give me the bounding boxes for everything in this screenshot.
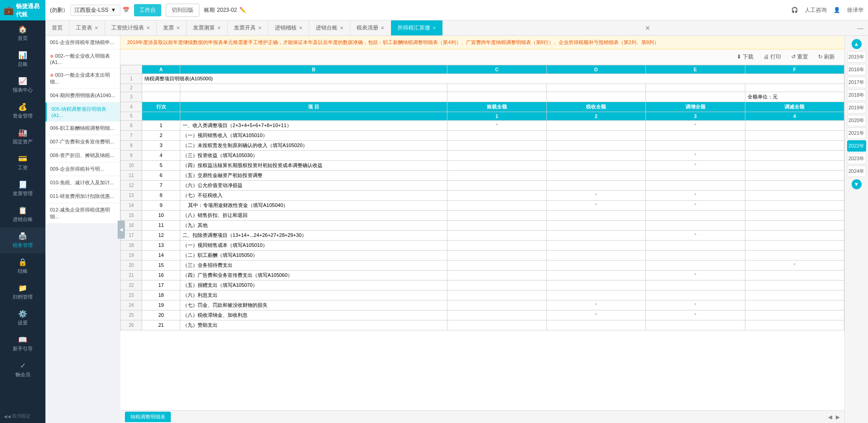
doc-label: 003-一般企业成本支出明细... bbox=[50, 72, 110, 84]
doc-item-012[interactable]: 012-减免企业所得税优惠明细... bbox=[45, 203, 120, 224]
tab-invoice-open[interactable]: 发票开具 ✕ bbox=[228, 20, 268, 35]
tab-close-icon[interactable]: ✕ bbox=[258, 25, 262, 30]
col-hang-header: 行次 bbox=[142, 102, 180, 112]
col-tiaojian-header: 调减全额 bbox=[745, 102, 844, 112]
tab-home[interactable]: 首页 bbox=[45, 20, 69, 35]
download-button[interactable]: ⬇ 下载 bbox=[734, 52, 756, 62]
sidebar-item-guide[interactable]: 📖 新手引导 bbox=[0, 331, 45, 357]
year-2022[interactable]: 2022年 bbox=[847, 140, 866, 152]
doc-panel: 001-企业所得税年度纳税申... ⊗ 002-一般企业收入明细表(A1... … bbox=[45, 36, 120, 224]
table-row: 1 纳税调整项目明细表(A105000) bbox=[121, 74, 844, 84]
sidebar-item-settings[interactable]: ⚙️ 设置 bbox=[0, 305, 45, 331]
tab-close-icon[interactable]: ✕ bbox=[299, 25, 303, 30]
sidebar-item-ledger[interactable]: 📊 总账 bbox=[0, 46, 45, 72]
doc-label: 012-减免企业所得税优惠明细... bbox=[50, 207, 110, 219]
edit-period-icon[interactable]: ✏️ bbox=[239, 7, 246, 13]
error-icon: ⊗ bbox=[50, 54, 54, 59]
tab-income-tax[interactable]: 所得税汇算缴 ✕ bbox=[391, 20, 443, 35]
doc-item-008[interactable]: 008-资产折旧、摊销及纳税... bbox=[45, 149, 120, 162]
doc-item-004[interactable]: 004-期间费用明细表(A1040... bbox=[45, 89, 120, 103]
topbar-right: 🎧 人工咨询 👤 徐泽华 bbox=[791, 6, 863, 14]
year-scroll-down[interactable]: ▼ bbox=[852, 179, 862, 189]
doc-item-010[interactable]: 010-免税、减计收入及加计... bbox=[45, 176, 120, 190]
tab-close-icon[interactable]: ✕ bbox=[432, 25, 436, 30]
close-all-tabs-button[interactable]: ✕ bbox=[640, 21, 655, 35]
table-row: 3 全额单位：元 bbox=[121, 92, 844, 102]
warning-text: 2019年度涉及取以前年度继续数据的申报表单元格需要手工维护正确，才能保证本年及… bbox=[127, 39, 659, 45]
year-2016[interactable]: 2016年 bbox=[847, 64, 866, 75]
year-2017[interactable]: 2017年 bbox=[847, 77, 866, 88]
sidebar-item-fixed-assets[interactable]: 🏭 固定资产 bbox=[0, 124, 45, 150]
company-select[interactable]: 江西股金-LSS ▼ bbox=[70, 5, 120, 16]
tab-payroll-stats[interactable]: 工资统计报表 ✕ bbox=[105, 20, 157, 35]
print-button[interactable]: 🖨 打印 bbox=[761, 52, 784, 62]
tab-close-icon[interactable]: ✕ bbox=[176, 25, 180, 30]
tab-close-icon[interactable]: ✕ bbox=[94, 25, 98, 30]
year-2024[interactable]: 2024年 bbox=[847, 166, 866, 177]
tab-purchase-ledger[interactable]: 进销台账 ✕ bbox=[309, 20, 350, 35]
table-row: 16 11 （九）其他 bbox=[121, 220, 844, 230]
doc-item-003[interactable]: ⊗ 003-一般企业成本支出明细... bbox=[45, 69, 120, 89]
scroll-left-icon[interactable]: ◀ bbox=[828, 414, 832, 420]
tab-close-icon[interactable]: ✕ bbox=[340, 25, 343, 30]
download-icon: ⬇ bbox=[737, 54, 741, 60]
sidebar-item-home[interactable]: 🏠 首页 bbox=[0, 20, 45, 46]
table-row: 4 行次 项 目 账载全额 税收全额 调增全额 调减全额 bbox=[121, 102, 844, 112]
year-2023[interactable]: 2023年 bbox=[847, 153, 866, 164]
scroll-right-icon[interactable]: ▶ bbox=[836, 414, 840, 420]
sidebar-item-payroll[interactable]: 💳 工资 bbox=[0, 150, 45, 176]
year-2019[interactable]: 2019年 bbox=[847, 102, 866, 113]
doc-label: 007-广告费和业务宣传费明... bbox=[50, 139, 114, 144]
table-row: 23 18 （六）利息支出 bbox=[121, 290, 844, 300]
switch-version-button[interactable]: 切到旧版 bbox=[166, 4, 199, 17]
archive-icon: 📁 bbox=[18, 284, 27, 292]
tab-purchase-check[interactable]: 进销稽核 ✕ bbox=[268, 20, 309, 35]
sidebar-item-assets-mgmt[interactable]: 💰 资金管理 bbox=[0, 98, 45, 124]
doc-item-011[interactable]: 011-研发费用加计扣除优惠... bbox=[45, 190, 120, 203]
table-row: 20 15 （三）业务招待费支出 * bbox=[121, 260, 844, 270]
sidebar-item-close[interactable]: 🔒 结账 bbox=[0, 253, 45, 279]
sheet-tab[interactable]: 纳税调整明细表 bbox=[125, 412, 171, 422]
table-row: 26 21 （九）赞助支出 bbox=[121, 320, 844, 330]
sidebar-item-purchase-ledger[interactable]: 📋 进销台账 bbox=[0, 202, 45, 227]
tab-close-icon[interactable]: ✕ bbox=[217, 25, 221, 30]
workspace-button[interactable]: 工作台 bbox=[134, 4, 161, 16]
sidebar-item-invoice-mgmt[interactable]: 🧾 发票管理 bbox=[0, 176, 45, 202]
doc-item-002[interactable]: ⊗ 002-一般企业收入明细表(A1... bbox=[45, 49, 120, 69]
tab-payroll[interactable]: 工资表 ✕ bbox=[69, 20, 105, 35]
tab-invoice[interactable]: 发票 ✕ bbox=[157, 20, 187, 35]
tab-tax-clearance[interactable]: 税表清册 ✕ bbox=[350, 20, 391, 35]
doc-item-009[interactable]: 009-企业所得税补亏明... bbox=[45, 162, 120, 176]
unpin-button[interactable]: ◀◀ 取消固定 bbox=[0, 409, 45, 423]
tab-invoice-calc[interactable]: 发票测算 ✕ bbox=[187, 20, 228, 35]
year-scroll-up[interactable]: ▲ bbox=[852, 39, 862, 49]
table-row: 25 20 （八）税收滞纳金、加收利息 * * bbox=[121, 310, 844, 320]
col-shoushou-header: 税收全额 bbox=[546, 102, 645, 112]
doc-item-005[interactable]: 005-纳税调整项目明细表(A1... bbox=[45, 103, 120, 122]
table-row: 10 5 （四）按权益法核算长期股权投资对初始投资成本调整确认收益 * bbox=[121, 160, 844, 170]
sidebar-item-archive[interactable]: 📁 归档管理 bbox=[0, 279, 45, 305]
doc-item-006[interactable]: 006-职工薪酬纳税调整明细... bbox=[45, 122, 120, 135]
sidebar-item-label: 发票管理 bbox=[13, 190, 33, 197]
invoice-icon: 🧾 bbox=[18, 180, 27, 189]
year-2021[interactable]: 2021年 bbox=[847, 128, 866, 139]
sidebar-item-reports[interactable]: 📈 报表中心 bbox=[0, 72, 45, 98]
refresh-button[interactable]: ↻ 刷新 bbox=[815, 52, 838, 62]
collapse-panel-button[interactable]: ◀ bbox=[118, 221, 125, 239]
minimize-icon[interactable]: — bbox=[853, 21, 868, 35]
doc-item-001[interactable]: 001-企业所得税年度纳税申... bbox=[45, 36, 120, 49]
sheet-wrapper[interactable]: A B C D E F 1 纳税调整项目明细表(A105000) bbox=[120, 65, 844, 411]
year-2018[interactable]: 2018年 bbox=[847, 89, 866, 101]
user-name[interactable]: 徐泽华 bbox=[847, 6, 863, 14]
support-icon: 🎧 bbox=[791, 7, 798, 13]
sidebar-item-label: 资金管理 bbox=[13, 113, 33, 119]
reset-button[interactable]: ↺ 重置 bbox=[789, 52, 811, 62]
sidebar-item-member[interactable]: ✓ 畅会员 bbox=[0, 357, 45, 383]
doc-item-007[interactable]: 007-广告费和业务宣传费明... bbox=[45, 135, 120, 149]
year-2015[interactable]: 2015年 bbox=[847, 51, 866, 63]
tab-close-icon[interactable]: ✕ bbox=[381, 25, 384, 30]
tab-close-icon[interactable]: ✕ bbox=[146, 25, 150, 30]
year-2020[interactable]: 2020年 bbox=[847, 115, 866, 126]
support-label[interactable]: 人工咨询 bbox=[805, 6, 827, 14]
sidebar-item-tax-mgmt[interactable]: 🖨️ 税务管理 bbox=[0, 227, 45, 253]
